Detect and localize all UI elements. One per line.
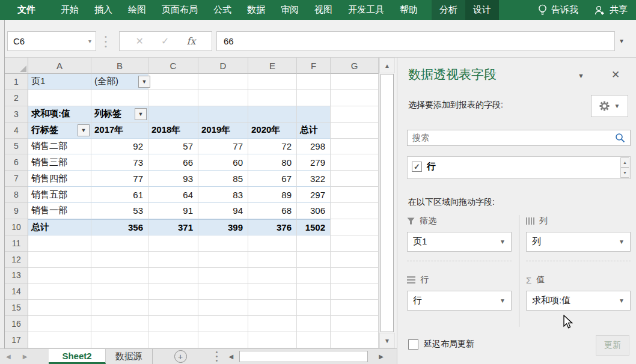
cell-E5[interactable]: 72 — [248, 139, 297, 155]
column-header[interactable]: E — [248, 58, 297, 74]
expand-formula-bar-icon[interactable]: ▾ — [620, 37, 623, 45]
cell-D8[interactable]: 83 — [198, 187, 248, 203]
cell-B13[interactable] — [91, 268, 148, 284]
cell-C4[interactable]: 2018年 — [148, 123, 198, 139]
cell-F8[interactable]: 297 — [297, 187, 331, 203]
cell-B11[interactable] — [91, 235, 148, 252]
cell-F2[interactable] — [297, 90, 331, 106]
checkbox-checked-icon[interactable]: ✓ — [412, 162, 422, 172]
sheet-tab-sheet2[interactable]: Sheet2 — [49, 349, 105, 364]
cell-G2[interactable] — [331, 90, 379, 106]
cell-G17[interactable] — [331, 332, 379, 348]
cell-filter-dropdown-icon[interactable]: ▼ — [138, 76, 150, 88]
spin-down-icon[interactable]: ▼ — [620, 168, 629, 178]
cell-D3[interactable] — [198, 106, 248, 123]
row-header[interactable]: 9 — [5, 203, 28, 219]
tabbar-splitter[interactable]: ••• — [216, 350, 218, 363]
cell-A7[interactable]: 销售四部 — [28, 171, 91, 187]
cell-E1[interactable] — [248, 74, 297, 90]
cell-F9[interactable]: 306 — [297, 203, 331, 219]
cell-B10[interactable]: 356 — [91, 219, 148, 235]
cell-B7[interactable]: 77 — [91, 171, 148, 187]
field-list-spinner[interactable]: ▲ ▼ — [620, 157, 629, 178]
scroll-up-icon[interactable]: ▲ — [379, 58, 395, 73]
cell-F5[interactable]: 298 — [297, 139, 331, 155]
cell-B1[interactable]: (全部)▼ — [91, 74, 148, 90]
tab-analyze[interactable]: 分析 — [432, 0, 465, 20]
column-header[interactable]: C — [148, 58, 198, 74]
filters-area-item[interactable]: 页1▼ — [407, 232, 512, 252]
cell-B5[interactable]: 92 — [91, 139, 148, 155]
cell-F10[interactable]: 1502 — [297, 219, 331, 235]
cell-A12[interactable] — [28, 252, 91, 268]
cell-A11[interactable] — [28, 235, 91, 252]
cell-D12[interactable] — [198, 252, 248, 268]
ribbon-tab[interactable]: 文件 — [10, 0, 43, 20]
cell-C7[interactable]: 93 — [148, 171, 198, 187]
cell-A5[interactable]: 销售二部 — [28, 139, 91, 155]
cell-C3[interactable] — [148, 106, 198, 123]
cell-B9[interactable]: 53 — [91, 203, 148, 219]
cell-G6[interactable] — [331, 154, 379, 171]
column-header[interactable]: B — [91, 58, 148, 74]
cell-D10[interactable]: 399 — [198, 219, 248, 235]
cell-E7[interactable]: 67 — [248, 171, 297, 187]
formula-bar-splitter[interactable]: ••• — [105, 34, 107, 49]
column-header[interactable]: F — [297, 58, 331, 74]
cell-E11[interactable] — [248, 235, 297, 252]
cell-G8[interactable] — [331, 187, 379, 203]
cell-D4[interactable]: 2019年 — [198, 123, 248, 139]
cell-B3[interactable]: 列标签▼ — [91, 106, 148, 123]
formula-input[interactable]: 66 — [216, 31, 615, 51]
ribbon-tab[interactable]: 视图 — [307, 0, 340, 20]
row-header[interactable]: 5 — [5, 139, 28, 155]
cell-F7[interactable]: 322 — [297, 171, 331, 187]
cell-B8[interactable]: 61 — [91, 187, 148, 203]
tell-me-button[interactable]: 告诉我 — [538, 4, 578, 16]
cell-D5[interactable]: 77 — [198, 139, 248, 155]
cell-E13[interactable] — [248, 268, 297, 284]
cell-A15[interactable] — [28, 300, 91, 316]
cell-D14[interactable] — [198, 284, 248, 300]
cell-C9[interactable]: 91 — [148, 203, 198, 219]
cell-A6[interactable]: 销售三部 — [28, 154, 91, 171]
cell-C8[interactable]: 64 — [148, 187, 198, 203]
cell-D9[interactable]: 94 — [198, 203, 248, 219]
insert-function-icon[interactable]: fx — [187, 35, 196, 47]
cell-B15[interactable] — [91, 300, 148, 316]
row-header[interactable]: 12 — [5, 252, 28, 268]
cell-C14[interactable] — [148, 284, 198, 300]
ribbon-tab[interactable]: 开发工具 — [340, 0, 392, 20]
cell-B17[interactable] — [91, 332, 148, 348]
cell-C2[interactable] — [148, 90, 198, 106]
cell-C16[interactable] — [148, 316, 198, 332]
cell-A14[interactable] — [28, 284, 91, 300]
row-header[interactable]: 16 — [5, 316, 28, 332]
column-header[interactable]: G — [331, 58, 379, 74]
field-item-row[interactable]: ✓ 行 — [408, 157, 630, 172]
cell-A17[interactable] — [28, 332, 91, 348]
cell-D16[interactable] — [198, 316, 248, 332]
cell-C12[interactable] — [148, 252, 198, 268]
cell-G14[interactable] — [331, 284, 379, 300]
rows-area-item[interactable]: 行▼ — [407, 291, 512, 311]
row-header[interactable]: 1 — [5, 74, 28, 90]
cell-F15[interactable] — [297, 300, 331, 316]
ribbon-tab[interactable]: 绘图 — [120, 0, 154, 20]
cell-G9[interactable] — [331, 203, 379, 219]
ribbon-tab[interactable]: 帮助 — [392, 0, 426, 20]
cell-E16[interactable] — [248, 316, 297, 332]
columns-area-item[interactable]: 列▼ — [526, 232, 631, 252]
update-button[interactable]: 更新 — [596, 335, 629, 356]
cell-E9[interactable]: 68 — [248, 203, 297, 219]
cell-F6[interactable]: 279 — [297, 154, 331, 171]
name-box[interactable]: C6 ▾ — [7, 31, 96, 51]
checkbox-unchecked-icon[interactable]: ✓ — [408, 339, 418, 350]
name-box-dropdown-icon[interactable]: ▾ — [88, 38, 91, 44]
horizontal-scrollbar[interactable]: ◀ ▶ — [225, 349, 397, 364]
row-header[interactable]: 10 — [5, 219, 28, 235]
column-header[interactable]: A — [28, 58, 91, 74]
cell-G10[interactable] — [331, 219, 379, 235]
cell-A1[interactable]: 页1 — [28, 74, 91, 90]
cell-C11[interactable] — [148, 235, 198, 252]
